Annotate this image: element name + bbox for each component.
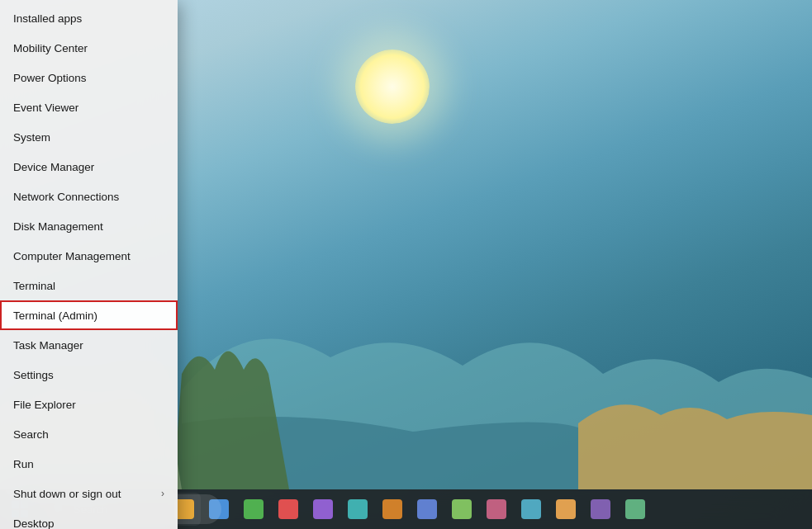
menu-item-network-connections[interactable]: Network Connections xyxy=(0,182,178,211)
menu-item-terminal[interactable]: Terminal xyxy=(0,271,178,300)
app-icon-8 xyxy=(417,499,437,519)
menu-item-file-explorer[interactable]: File Explorer xyxy=(0,390,178,419)
app-icon-12 xyxy=(556,499,576,519)
taskbar-app-12[interactable] xyxy=(549,493,582,526)
app-icon-9 xyxy=(452,499,472,519)
app-icon-13 xyxy=(591,499,610,519)
app-icon-11 xyxy=(521,499,541,519)
taskbar-app-6[interactable] xyxy=(341,493,374,526)
submenu-arrow-icon: › xyxy=(161,488,164,499)
sun-decoration xyxy=(355,50,430,124)
taskbar-app-13[interactable] xyxy=(584,493,617,526)
taskbar-app-10[interactable] xyxy=(480,493,513,526)
app-icon-10 xyxy=(487,499,506,519)
menu-item-run[interactable]: Run xyxy=(0,449,178,479)
menu-item-installed-apps[interactable]: Installed apps xyxy=(0,3,178,33)
menu-item-settings[interactable]: Settings xyxy=(0,360,178,390)
menu-item-terminal-admin[interactable]: Terminal (Admin) xyxy=(0,300,178,330)
app-icon-14 xyxy=(625,499,645,519)
menu-item-mobility-center[interactable]: Mobility Center xyxy=(0,33,178,63)
menu-item-event-viewer[interactable]: Event Viewer xyxy=(0,92,178,122)
taskbar-app-5[interactable] xyxy=(306,493,340,526)
menu-item-task-manager[interactable]: Task Manager xyxy=(0,330,178,360)
menu-item-computer-management[interactable]: Computer Management xyxy=(0,241,178,271)
menu-item-system[interactable]: System xyxy=(0,122,178,152)
taskbar-app-3[interactable] xyxy=(237,493,270,526)
taskbar-app-7[interactable] xyxy=(376,493,409,526)
taskbar-app-11[interactable] xyxy=(515,493,548,526)
context-menu: Installed apps Mobility Center Power Opt… xyxy=(0,0,178,529)
taskbar-app-8[interactable] xyxy=(411,493,444,526)
app-icon-7 xyxy=(382,499,402,519)
menu-item-desktop[interactable]: Desktop xyxy=(0,508,178,529)
app-icon-4 xyxy=(278,499,298,519)
menu-item-shut-down[interactable]: Shut down or sign out › xyxy=(0,479,178,508)
menu-item-search[interactable]: Search xyxy=(0,419,178,449)
taskbar-app-9[interactable] xyxy=(445,493,478,526)
app-icon-5 xyxy=(313,499,333,519)
taskbar-app-4[interactable] xyxy=(272,493,305,526)
menu-item-disk-management[interactable]: Disk Management xyxy=(0,211,178,241)
app-icon-3 xyxy=(244,499,264,519)
menu-item-device-manager[interactable]: Device Manager xyxy=(0,152,178,182)
app-icon-6 xyxy=(348,499,368,519)
taskbar-app-14[interactable] xyxy=(619,493,652,526)
menu-item-power-options[interactable]: Power Options xyxy=(0,63,178,92)
taskbar-pinned-apps xyxy=(168,493,652,526)
